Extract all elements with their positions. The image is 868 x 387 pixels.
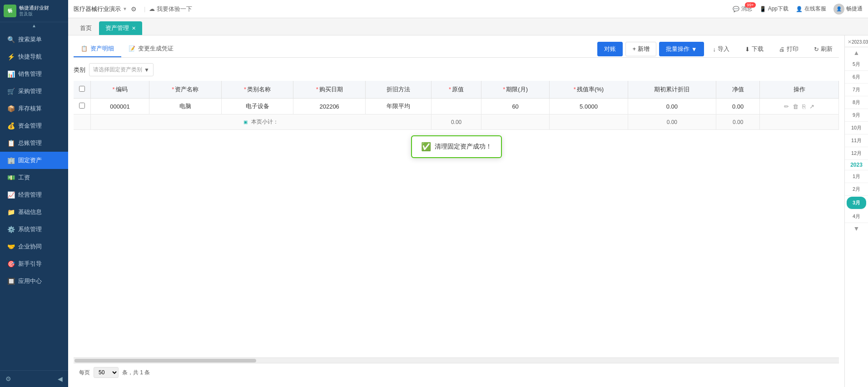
sidebar-item-search[interactable]: 🔍 搜索菜单 [0,31,68,48]
experience-btn[interactable]: ☁ 我要体验一下 [149,5,192,13]
category-filter-select[interactable]: 请选择固定资产类别 ▼ [89,63,154,76]
sidebar-item-quick-nav[interactable]: ⚡ 快捷导航 [0,48,68,65]
asset-detail-icon: 📋 [81,45,88,52]
tab-asset-mgmt[interactable]: 资产管理 ✕ [99,21,142,35]
sidebar-item-payroll[interactable]: 💵 工资 [0,169,68,186]
subtab-voucher[interactable]: 📝 变更生成凭证 [121,41,181,57]
apps-icon: 🔲 [7,278,15,285]
main-area: 医疗器械行业演示 ▼ ⚙ | ☁ 我要体验一下 💬 消息 99+ 📱 App下载… [68,0,868,387]
sidebar-header: 畅 畅捷通好业财 普及版 [0,0,68,22]
select-all-checkbox[interactable] [79,86,85,92]
header-name: *资产名称 [149,81,222,99]
subtab-asset-detail[interactable]: 📋 资产明细 [74,41,121,57]
inventory-icon: 📦 [7,105,15,112]
subtotal-period-empty [481,114,549,130]
app-download-btn[interactable]: 📱 App下载 [759,5,789,13]
per-page-select[interactable]: 50 100 200 [94,367,119,378]
edit-icon[interactable]: ✏ [784,103,789,110]
success-message: 清理固定资产成功！ [435,143,492,151]
calendar-month-12[interactable]: 12月 [845,147,868,160]
sidebar-item-fixed-assets[interactable]: 🏢 固定资产 [0,152,68,169]
calendar-year-2023[interactable]: 2023 [845,160,868,170]
right-sidebar-close-icon[interactable]: ✕ [848,39,852,45]
import-button[interactable]: ↓ 导入 [707,42,736,56]
sidebar-item-apps[interactable]: 🔲 应用中心 [0,273,68,290]
calendar-month-6[interactable]: 6月 [845,71,868,84]
sidebar-item-label: 采购管理 [18,87,42,95]
calendar-month-5[interactable]: 5月 [845,58,868,71]
calendar-month-3[interactable]: 3月 [847,197,866,209]
calendar-month-1[interactable]: 1月 [845,170,868,183]
message-btn[interactable]: 💬 消息 99+ [733,5,752,13]
sidebar-item-funds[interactable]: 💰 资金管理 [0,117,68,134]
subtotal-net-value: 0.00 [716,114,760,130]
online-service-btn[interactable]: 👤 在线客服 [796,5,826,13]
download-icon-btn: ⬇ [745,46,750,53]
row-net-value: 0.00 [716,99,760,114]
sidebar-item-basic-info[interactable]: 📁 基础信息 [0,203,68,221]
right-sidebar: ✕ 2023.03 ⤢ ▲ 5月 6月 7月 8月 9月 10月 11月 12月… [844,35,868,387]
calendar-month-7[interactable]: 7月 [845,84,868,96]
download-button[interactable]: ⬇ 下载 [739,42,770,56]
reconcile-button[interactable]: 对账 [597,42,623,56]
app-download-label: App下载 [768,5,789,13]
settings-bottom-icon[interactable]: ⚙ [5,375,11,382]
sidebar-item-sales[interactable]: 📊 销售管理 [0,65,68,83]
print-button[interactable]: 🖨 打印 [773,42,805,56]
sidebar-item-ops[interactable]: 📈 经营管理 [0,186,68,203]
sidebar-item-label: 库存核算 [18,104,42,113]
sidebar-item-label: 企业协同 [18,243,42,251]
user-btn[interactable]: 👤 畅捷通 [833,4,863,15]
sidebar-nav: 🔍 搜索菜单 ⚡ 快捷导航 📊 销售管理 🛒 采购管理 📦 库存核算 💰 资金管… [0,29,68,370]
sidebar-item-inventory[interactable]: 📦 库存核算 [0,100,68,117]
sidebar-item-purchase[interactable]: 🛒 采购管理 [0,83,68,100]
calendar-month-10[interactable]: 10月 [845,122,868,134]
refresh-button[interactable]: ↻ 刷新 [808,42,839,56]
online-service-label: 在线客服 [804,5,826,13]
sidebar-item-ledger[interactable]: 📋 总账管理 [0,134,68,152]
batch-ops-button[interactable]: 批量操作 ▼ [659,42,704,56]
delete-icon[interactable]: 🗑 [793,103,799,110]
table-scrollbar[interactable] [74,357,839,363]
calendar-up-arrow-icon[interactable]: ▲ [852,47,862,58]
more-icon[interactable]: ↗ [809,103,814,110]
subtotal-original-value: 0.00 [432,114,481,130]
subtotal-accumulated: 0.00 [628,114,716,130]
sidebar-item-enterprise[interactable]: 🤝 企业协同 [0,238,68,255]
system-icon: ⚙️ [7,226,15,233]
collapse-icon[interactable]: ◀ [58,375,63,382]
calendar-month-8[interactable]: 8月 [845,96,868,109]
search-icon: 🔍 [7,36,15,43]
sidebar-scroll-up-icon[interactable]: ▲ [32,23,36,28]
calendar-month-4[interactable]: 4月 [845,210,868,223]
calendar-month-2[interactable]: 2月 [845,183,868,196]
header-operations: 操作 [760,81,839,99]
new-button[interactable]: + 新增 [625,42,656,56]
import-icon: ↓ [713,46,716,53]
tabbar: 首页 资产管理 ✕ [68,18,868,35]
copy-icon[interactable]: ⎘ [802,103,806,110]
row-code: 000001 [91,99,149,114]
sidebar-bottom: ⚙ ◀ [0,370,68,387]
payroll-icon: 💵 [7,174,15,181]
topbar-settings-icon[interactable]: ⚙ [131,5,137,13]
sidebar-item-label: 搜索菜单 [18,35,42,44]
sidebar-item-guide[interactable]: 🎯 新手引导 [0,255,68,273]
service-icon: 👤 [796,6,803,12]
calendar-down-arrow-icon[interactable]: ▼ [852,223,862,234]
purchase-icon: 🛒 [7,88,15,95]
company-dropdown-icon: ▼ [123,6,127,11]
sidebar-item-system[interactable]: ⚙️ 系统管理 [0,221,68,238]
tab-home[interactable]: 首页 [74,21,98,35]
subtab-bar: 📋 资产明细 📝 变更生成凭证 对账 + 新增 批量操作 ▼ ↓ [74,41,839,58]
tab-close-icon[interactable]: ✕ [132,25,136,31]
table-header-row: *编码 *资产名称 *类别名称 *购买日期 折旧方法 *原值 *期限(月) *残… [74,81,839,99]
sidebar-item-label: 销售管理 [18,70,42,78]
calendar-month-9[interactable]: 9月 [845,109,868,122]
basic-info-icon: 📁 [7,208,15,216]
company-selector[interactable]: 医疗器械行业演示 ▼ [74,5,127,13]
sidebar-item-label: 快捷导航 [18,53,42,61]
subtotal-ops-empty [760,114,839,130]
row-checkbox[interactable] [79,103,85,109]
calendar-month-11[interactable]: 11月 [845,134,868,147]
